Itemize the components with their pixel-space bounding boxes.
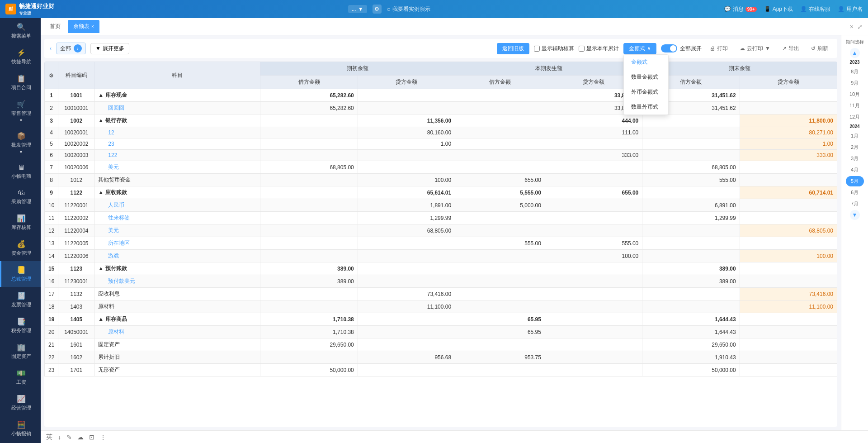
sidebar-item-purchase[interactable]: 🛍 采购管理 xyxy=(0,184,41,210)
period-month-5[interactable]: 5月 xyxy=(846,176,864,186)
demo-link[interactable]: ○ 我要看实例演示 xyxy=(387,5,430,13)
edit-icon[interactable]: ✎ xyxy=(66,433,72,441)
period-month-6[interactable]: 6月 xyxy=(846,187,864,198)
switch-icon[interactable] xyxy=(661,44,677,52)
row-name[interactable]: ▲库存商品 xyxy=(94,313,260,326)
lang-icon[interactable]: 英 xyxy=(46,433,52,441)
row-name[interactable]: 固定资产 xyxy=(94,338,260,351)
row-name[interactable]: 原材料 xyxy=(94,326,260,338)
row-name[interactable]: 累计折旧 xyxy=(94,351,260,364)
period-month-2[interactable]: 2月 xyxy=(846,142,864,152)
period-month-8[interactable]: 8月 xyxy=(846,67,864,77)
tab-balance[interactable]: 余额表 × xyxy=(68,20,99,33)
dropdown-item-foreign[interactable]: 外币金额式 xyxy=(624,85,668,100)
sidebar-item-retail[interactable]: 🛒 零售管理 ▼ xyxy=(0,95,41,127)
row-name[interactable]: 无形资产 xyxy=(94,364,260,376)
ytd-checkbox-input[interactable] xyxy=(579,46,585,52)
sidebar-item-wholesale[interactable]: 📦 批发管理 ▼ xyxy=(0,127,41,159)
period-month-4[interactable]: 4月 xyxy=(846,165,864,175)
period-nav-down[interactable]: ▼ xyxy=(850,210,860,220)
user-avatar[interactable]: 👤 用户名 xyxy=(838,5,863,13)
more-icon[interactable]: ⋮ xyxy=(100,433,106,441)
row-name[interactable]: ▲银行存款 xyxy=(94,114,260,127)
row-name[interactable]: 其他货币资金 xyxy=(94,174,260,186)
company-selector[interactable]: ... ▼ xyxy=(348,5,367,13)
row-name[interactable]: 原材料 xyxy=(94,300,260,313)
message-btn[interactable]: 💬 消息 99+ xyxy=(724,5,757,13)
sidebar-tax-label: 税务管理 xyxy=(11,327,31,334)
export-btn[interactable]: ↗ 导出 xyxy=(778,43,803,54)
row-period_credit: 555.00 xyxy=(545,237,642,250)
row-name[interactable]: 122 xyxy=(94,150,260,161)
tab-fullscreen-icon[interactable]: ⤢ xyxy=(857,23,863,30)
row-name[interactable]: ▲库存现金 xyxy=(94,89,260,102)
aux-checkbox-input[interactable] xyxy=(534,46,540,52)
period-month-12[interactable]: 12月 xyxy=(846,112,864,122)
tab-collapse-icon[interactable]: × xyxy=(850,23,854,30)
sidebar-item-project[interactable]: 📋 项目合同 xyxy=(0,70,41,95)
dropdown-item-qty-foreign[interactable]: 数量外币式 xyxy=(624,100,668,114)
period-month-1[interactable]: 1月 xyxy=(846,131,864,141)
row-name[interactable]: 预付款美元 xyxy=(94,275,260,288)
return-old-btn[interactable]: 返回旧版 xyxy=(497,43,529,54)
sidebar-item-assets[interactable]: 🏢 固定资产 xyxy=(0,338,41,364)
expand-all-toggle[interactable]: 全部展开 xyxy=(661,44,702,52)
row-name[interactable]: 所在地区 xyxy=(94,237,260,250)
table-row: 1611230001预付款美元389.00389.00 xyxy=(45,275,837,288)
row-opening_debit: 389.00 xyxy=(260,262,358,275)
period-month-7[interactable]: 7月 xyxy=(846,199,864,209)
download-bottom-icon[interactable]: ↓ xyxy=(58,433,61,441)
row-name[interactable]: ▲应收账款 xyxy=(94,186,260,199)
row-name[interactable]: 美元 xyxy=(94,224,260,237)
row-closing_credit: 11,800.00 xyxy=(740,114,837,127)
print-btn[interactable]: 🖨 打印 xyxy=(706,43,731,54)
dropdown-item-amount[interactable]: 金额式 xyxy=(624,55,668,70)
row-closing_credit xyxy=(740,262,837,275)
nav-back-icon[interactable]: ‹ xyxy=(50,45,52,52)
tab-close-icon[interactable]: × xyxy=(91,24,94,29)
row-name[interactable]: 23 xyxy=(94,138,260,150)
show-aux-checkbox[interactable]: 显示辅助核算 xyxy=(534,45,574,52)
expand-more-btn[interactable]: ▼ 展开更多 xyxy=(90,43,129,54)
sidebar-item-ledger[interactable]: 📒 总账管理 xyxy=(0,261,41,287)
cloud-bottom-icon[interactable]: ☁ xyxy=(77,433,84,441)
sidebar-item-reimbursement[interactable]: 🧮 小畅报销 xyxy=(0,416,41,442)
row-name[interactable]: ▲预付账款 xyxy=(94,262,260,275)
row-name[interactable]: 人民币 xyxy=(94,199,260,212)
all-filter-btn[interactable]: 全部 › xyxy=(56,43,86,54)
sidebar-item-operation[interactable]: 📈 经营管理 xyxy=(0,390,41,416)
online-service-btn[interactable]: 👤 在线客服 xyxy=(800,5,830,13)
sidebar-item-salary[interactable]: 💵 工资 xyxy=(0,364,41,390)
row-name[interactable]: 美元 xyxy=(94,161,260,174)
row-name[interactable]: 游戏 xyxy=(94,250,260,262)
row-name[interactable]: 往来标签 xyxy=(94,212,260,224)
cloud-print-btn[interactable]: ☁ 云打印 ▼ xyxy=(736,43,774,54)
row-name[interactable]: 回回回 xyxy=(94,102,260,114)
row-code: 11220001 xyxy=(58,199,94,212)
row-name[interactable]: 12 xyxy=(94,127,260,138)
sidebar-item-invoice[interactable]: 🧾 发票管理 xyxy=(0,287,41,313)
period-month-3[interactable]: 3月 xyxy=(846,153,864,164)
settings-icon[interactable]: ⚙ xyxy=(373,5,382,14)
sidebar-item-capital[interactable]: 💰 资金管理 xyxy=(0,235,41,261)
period-month-11[interactable]: 11月 xyxy=(846,100,864,111)
row-opening_credit xyxy=(358,250,455,262)
show-ytd-checkbox[interactable]: 显示本年累计 xyxy=(579,45,619,52)
row-name[interactable]: 应收利息 xyxy=(94,288,260,300)
sidebar-item-tax[interactable]: 📑 税务管理 xyxy=(0,313,41,338)
sidebar-item-ecommerce[interactable]: 🖥 小畅电商 xyxy=(0,159,41,184)
grid-icon[interactable]: ⊡ xyxy=(89,433,94,441)
tab-home[interactable]: 首页 xyxy=(46,20,64,33)
settings-header[interactable]: ⚙ xyxy=(45,62,58,89)
app-download-btn[interactable]: 📱 App下载 xyxy=(764,5,793,13)
sidebar-item-quicknav[interactable]: ⚡ 快捷导航 xyxy=(0,44,41,70)
dropdown-item-qty-amount[interactable]: 数量金额式 xyxy=(624,70,668,85)
period-month-10[interactable]: 10月 xyxy=(846,89,864,100)
mode-btn[interactable]: 金额式 ∧ xyxy=(623,43,656,54)
row-code: 1123 xyxy=(58,262,94,275)
sidebar-item-search[interactable]: 🔍 搜索菜单 xyxy=(0,18,41,44)
refresh-btn[interactable]: ↺ 刷新 xyxy=(807,43,832,54)
sidebar-item-inventory[interactable]: 📊 库存核算 xyxy=(0,210,41,235)
period-nav-up[interactable]: ▲ xyxy=(850,48,860,58)
period-month-9[interactable]: 9月 xyxy=(846,78,864,88)
